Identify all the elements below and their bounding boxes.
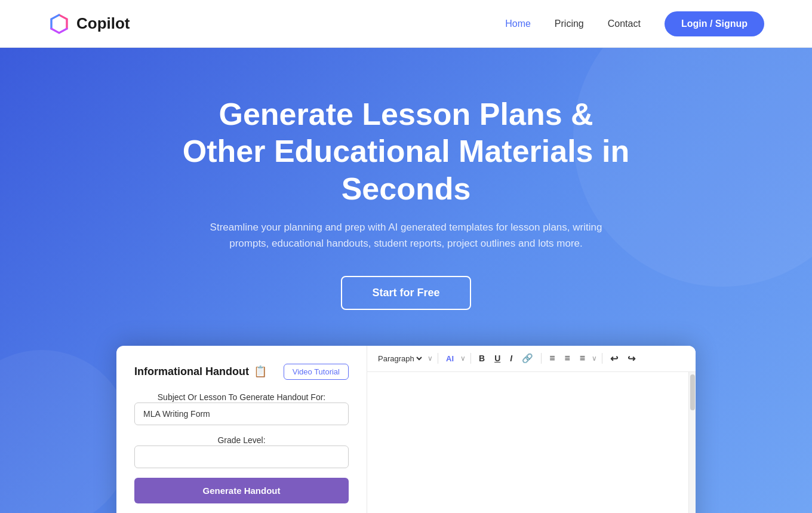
demo-title-row: Informational Handout 📋: [134, 365, 267, 378]
editor-toolbar: Paragraph ∨ AI ∨ B U I 🔗 ≡ ≡ ≡ ∨ ↩ ↪: [367, 346, 696, 372]
hero-title: Generate Lesson Plans & Other Educationa…: [173, 96, 639, 207]
nav-pricing[interactable]: Pricing: [555, 19, 584, 29]
underline-button[interactable]: U: [491, 352, 503, 364]
bullet-list-button[interactable]: ≡: [546, 352, 558, 365]
video-tutorial-button[interactable]: Video Tutorial: [284, 364, 349, 380]
redo-button[interactable]: ↪: [625, 352, 638, 365]
editor-body: [367, 372, 696, 513]
toolbar-divider-2: [470, 353, 471, 364]
logo-icon: [48, 13, 70, 35]
undo-button[interactable]: ↩: [607, 352, 621, 365]
hero-section: Generate Lesson Plans & Other Educationa…: [0, 48, 812, 513]
italic-button[interactable]: I: [507, 352, 515, 364]
subject-input[interactable]: [134, 403, 349, 425]
nav-contact[interactable]: Contact: [608, 19, 641, 29]
toolbar-divider-3: [541, 353, 542, 364]
demo-title: Informational Handout: [134, 365, 249, 378]
navbar: Copilot Home Pricing Contact Login / Sig…: [0, 0, 812, 48]
grade-input[interactable]: [134, 446, 349, 468]
ordered-list-button[interactable]: ≡: [561, 352, 573, 365]
logo-area: Copilot: [48, 13, 130, 35]
nav-links: Home Pricing Contact Login / Signup: [505, 11, 764, 36]
demo-left-panel: Informational Handout 📋 Video Tutorial S…: [116, 346, 367, 513]
login-signup-button[interactable]: Login / Signup: [665, 11, 764, 36]
subject-label: Subject Or Lesson To Generate Handout Fo…: [158, 392, 325, 402]
doc-icon: 📋: [254, 365, 267, 378]
link-button[interactable]: 🔗: [519, 352, 536, 365]
scrollbar-track[interactable]: [688, 372, 696, 513]
bold-button[interactable]: B: [476, 352, 488, 364]
hero-subtitle: Streamline your planning and prep with A…: [191, 219, 621, 251]
toolbar-divider-4: [602, 353, 602, 364]
grade-label: Grade Level:: [217, 435, 265, 445]
start-for-free-button[interactable]: Start for Free: [341, 276, 470, 310]
toolbar-divider-1: [438, 353, 438, 364]
ai-button[interactable]: AI: [443, 353, 457, 364]
demo-container: Informational Handout 📋 Video Tutorial S…: [116, 346, 696, 513]
scrollbar-thumb[interactable]: [690, 374, 695, 410]
align-button[interactable]: ≡: [577, 352, 588, 365]
demo-header: Informational Handout 📋 Video Tutorial: [134, 364, 349, 380]
paragraph-select[interactable]: Paragraph: [376, 354, 424, 364]
nav-home[interactable]: Home: [505, 19, 531, 29]
logo-text: Copilot: [76, 14, 130, 33]
demo-right-panel: Paragraph ∨ AI ∨ B U I 🔗 ≡ ≡ ≡ ∨ ↩ ↪: [367, 346, 696, 513]
generate-handout-button[interactable]: Generate Handout: [134, 478, 349, 503]
